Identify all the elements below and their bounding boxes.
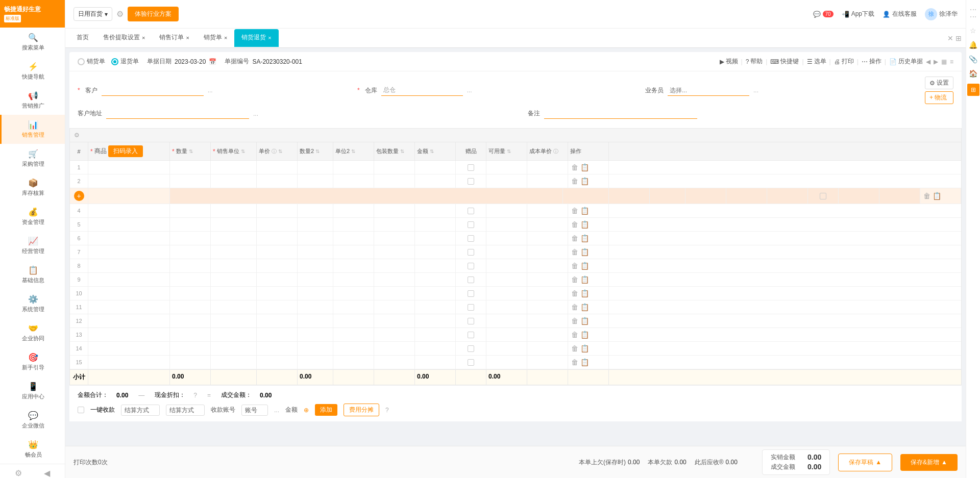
- copy-icon[interactable]: 📋: [580, 331, 589, 339]
- sidebar-item-shortcut[interactable]: ⚡ 快捷导航: [0, 57, 65, 86]
- delete-icon[interactable]: 🗑: [571, 207, 578, 215]
- delete-icon[interactable]: 🗑: [571, 248, 578, 256]
- copy-icon[interactable]: 📋: [580, 344, 589, 353]
- tab-home[interactable]: 首页: [69, 29, 96, 47]
- row-amount-3[interactable]: [767, 188, 808, 204]
- copy-icon[interactable]: 📋: [580, 358, 589, 366]
- copy-icon[interactable]: 📋: [580, 275, 589, 284]
- product-input-3[interactable]: [90, 192, 167, 199]
- copy-icon[interactable]: 📋: [580, 317, 589, 325]
- close-tab-icon[interactable]: ✕: [947, 34, 953, 42]
- sidebar-item-search[interactable]: 🔍 搜索菜单: [0, 28, 65, 57]
- row-gift-1[interactable]: [456, 161, 486, 174]
- avail-sort-icon[interactable]: ⇅: [507, 148, 511, 154]
- table-settings-icon[interactable]: ⚙: [74, 132, 80, 139]
- online-service-item[interactable]: 👤 在线客服: [883, 10, 917, 18]
- tab-sales-delivery-close[interactable]: ×: [224, 35, 227, 41]
- copy-icon[interactable]: 📋: [580, 262, 589, 270]
- row-unit-3[interactable]: [563, 188, 609, 204]
- next-record-icon[interactable]: ▶: [934, 58, 938, 65]
- sidebar-item-purchase[interactable]: 🛒 采购管理: [0, 144, 65, 173]
- copy-row-3-icon[interactable]: 📋: [933, 192, 941, 200]
- row-qty2-3[interactable]: [650, 188, 685, 204]
- toolbar-operation[interactable]: ⋯ 操作: [862, 57, 881, 66]
- save-draft-btn[interactable]: 保存草稿 ▲: [838, 454, 892, 471]
- row-pkgqty-2[interactable]: [374, 174, 415, 188]
- toolbar-shortcut[interactable]: ⌨ 快捷键: [770, 57, 799, 66]
- account-select[interactable]: 账号: [241, 405, 268, 416]
- warehouse-dots[interactable]: ...: [467, 87, 472, 94]
- tab-sales-return[interactable]: 销货退货 ×: [234, 29, 278, 47]
- experience-btn[interactable]: 体验行业方案: [128, 7, 179, 21]
- right-panel-icon-3[interactable]: 🔔: [969, 41, 977, 49]
- address-input[interactable]: [106, 108, 249, 119]
- row-unit2-2[interactable]: [333, 174, 374, 188]
- right-panel-icon-4[interactable]: 📎: [969, 55, 977, 63]
- row-price-3[interactable]: [609, 188, 650, 204]
- right-panel-icon-1[interactable]: ⋮⋮: [969, 6, 977, 20]
- address-dots[interactable]: ...: [253, 110, 258, 117]
- row-amount-2[interactable]: [415, 174, 456, 188]
- expand-tab-icon[interactable]: ⊞: [955, 34, 962, 42]
- tab-sales-return-close[interactable]: ×: [268, 35, 271, 41]
- delete-icon[interactable]: 🗑: [571, 275, 578, 284]
- calc-method-select[interactable]: 结算方式: [121, 405, 160, 416]
- delete-icon[interactable]: 🗑: [571, 317, 578, 325]
- delete-icon[interactable]: 🗑: [571, 234, 578, 242]
- row-avail-3[interactable]: [839, 188, 879, 204]
- save-new-btn[interactable]: 保存&新增 ▲: [900, 454, 958, 471]
- sidebar-item-sales[interactable]: 📊 销售管理: [0, 115, 65, 144]
- sidebar-collapse-icon[interactable]: ◀: [44, 468, 50, 478]
- app-download-item[interactable]: 📲 App下载: [842, 10, 874, 18]
- delete-row-3-icon[interactable]: 🗑: [923, 192, 930, 200]
- tab-price-settings[interactable]: 售价提取设置 ×: [96, 29, 152, 47]
- row-product-2[interactable]: [88, 174, 170, 188]
- row-gift-2[interactable]: [456, 174, 486, 188]
- row-pkgqty-1[interactable]: [374, 161, 415, 174]
- grid-view-icon[interactable]: ▦: [941, 58, 947, 65]
- copy-icon[interactable]: 📋: [580, 220, 589, 229]
- tab-sales-delivery[interactable]: 销货单 ×: [197, 29, 234, 47]
- pkgqty-sort-icon[interactable]: ⇅: [400, 148, 404, 154]
- warehouse-input[interactable]: [381, 85, 463, 96]
- sidebar-item-enterprise[interactable]: 🤝 企业协同: [0, 318, 65, 347]
- row-unit-1[interactable]: [211, 161, 257, 174]
- sidebar-item-newbie[interactable]: 🎯 新手引导: [0, 347, 65, 376]
- toolbar-help[interactable]: ? 帮助: [746, 57, 763, 66]
- tab-sales-order-close[interactable]: ×: [186, 35, 189, 41]
- account-dots[interactable]: ...: [274, 407, 279, 414]
- price-sort-icon[interactable]: ⇅: [278, 148, 282, 154]
- qty-sort-icon[interactable]: ⇅: [189, 148, 193, 154]
- delete-row-2-icon[interactable]: 🗑: [571, 177, 578, 185]
- amount-sort-icon[interactable]: ⇅: [430, 148, 434, 154]
- toolbar-history[interactable]: 📄 历史单据: [889, 57, 923, 66]
- row-avail-1[interactable]: [486, 161, 527, 174]
- split-cost-btn[interactable]: 费用分摊: [344, 404, 379, 416]
- settings-gear-icon[interactable]: ⚙: [116, 9, 124, 19]
- row-avail-2[interactable]: [486, 174, 527, 188]
- gift-checkbox-2[interactable]: [468, 178, 474, 185]
- delete-row-1-icon[interactable]: 🗑: [571, 163, 578, 171]
- list-view-icon[interactable]: ≡: [950, 58, 953, 65]
- row-qty-1[interactable]: [170, 161, 211, 174]
- delete-icon[interactable]: 🗑: [571, 331, 578, 339]
- unit2-sort-icon[interactable]: ⇅: [351, 148, 355, 154]
- row-amount-1[interactable]: [415, 161, 456, 174]
- row-unit2-3[interactable]: [685, 188, 726, 204]
- row-qty-2[interactable]: [170, 174, 211, 188]
- radio-return[interactable]: 退货单: [111, 57, 139, 66]
- sidebar-item-basic[interactable]: 📋 基础信息: [0, 260, 65, 289]
- row-price-2[interactable]: [257, 174, 298, 188]
- toolbar-print[interactable]: 🖨 打印: [834, 57, 854, 66]
- gift-checkbox-1[interactable]: [468, 164, 474, 171]
- salesperson-dots[interactable]: ...: [753, 87, 758, 94]
- remark-input[interactable]: [544, 108, 697, 119]
- add-row-btn[interactable]: +: [74, 191, 84, 201]
- row-qty2-2[interactable]: [298, 174, 333, 188]
- tab-sales-order[interactable]: 销售订单 ×: [152, 29, 196, 47]
- row-unit2-1[interactable]: [333, 161, 374, 174]
- row-gift-3[interactable]: [808, 188, 839, 204]
- copy-icon[interactable]: 📋: [580, 234, 589, 242]
- delete-icon[interactable]: 🗑: [571, 262, 578, 270]
- scan-btn[interactable]: 扫码录入: [108, 145, 143, 157]
